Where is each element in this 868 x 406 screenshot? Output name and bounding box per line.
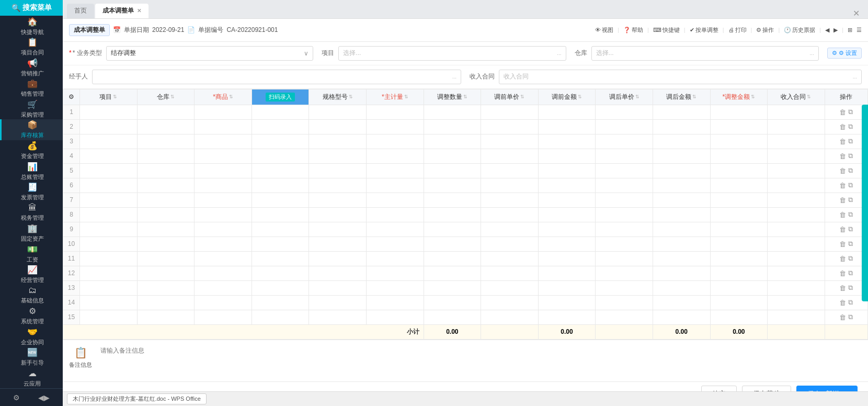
table-cell[interactable] <box>424 193 481 207</box>
table-cell[interactable] <box>309 251 367 266</box>
table-cell[interactable] <box>596 295 653 310</box>
sort-icon-before-amount[interactable]: ⇅ <box>578 94 582 99</box>
col-settings-header[interactable]: ⚙ <box>63 89 80 105</box>
settings-bottom-icon[interactable]: ⚙ <box>13 393 20 402</box>
tab-close-icon[interactable]: ✕ <box>137 8 141 14</box>
wps-filename[interactable]: 木门行业好业财处理方案-墓红红.doc - WPS Office <box>67 393 207 404</box>
table-cell[interactable] <box>768 105 825 119</box>
sidebar-item-inventory-calc[interactable]: 📦 库存核算 <box>0 119 63 140</box>
sidebar-item-sales-promo[interactable]: 📢 营销推广 <box>0 58 63 78</box>
table-cell[interactable] <box>424 222 481 236</box>
col-before-amount-header[interactable]: 调前金额 ⇅ <box>538 89 596 105</box>
table-cell[interactable] <box>366 134 424 149</box>
table-cell[interactable] <box>538 266 596 280</box>
table-row[interactable]: 8 🗑 ⧉ <box>63 207 868 222</box>
table-cell[interactable] <box>309 149 367 163</box>
sidebar-logo[interactable]: 🔍 搜索菜单 <box>0 0 63 16</box>
table-cell[interactable] <box>309 266 367 280</box>
table-cell[interactable] <box>195 178 252 193</box>
table-row[interactable]: 7 🗑 ⧉ <box>63 193 868 207</box>
table-row[interactable]: 13 🗑 ⧉ <box>63 280 868 295</box>
table-cell[interactable] <box>137 149 195 163</box>
table-cell[interactable] <box>309 163 367 178</box>
copy-row-icon[interactable]: ⧉ <box>848 313 853 321</box>
table-cell[interactable] <box>366 310 424 324</box>
table-cell[interactable] <box>80 119 138 134</box>
table-cell[interactable] <box>710 119 768 134</box>
sidebar-item-new-guide[interactable]: 🆕 新手引导 <box>0 347 63 368</box>
table-cell[interactable] <box>596 193 653 207</box>
table-cell[interactable] <box>481 163 539 178</box>
table-cell[interactable] <box>137 163 195 178</box>
table-cell[interactable] <box>596 236 653 251</box>
project-field[interactable]: 选择... ... <box>338 46 566 61</box>
table-cell[interactable] <box>710 178 768 193</box>
copy-row-icon[interactable]: ⧉ <box>848 284 853 292</box>
table-cell[interactable] <box>80 178 138 193</box>
table-cell[interactable] <box>137 310 195 324</box>
table-cell[interactable] <box>768 280 825 295</box>
delete-row-icon[interactable]: 🗑 <box>839 255 846 263</box>
table-cell[interactable] <box>538 119 596 134</box>
table-cell[interactable] <box>195 134 252 149</box>
table-cell[interactable] <box>366 280 424 295</box>
sort-icon-after-amount[interactable]: ⇅ <box>692 94 696 99</box>
delete-row-icon[interactable]: 🗑 <box>839 182 846 189</box>
table-cell[interactable] <box>538 236 596 251</box>
table-cell[interactable] <box>137 119 195 134</box>
table-cell[interactable] <box>481 266 539 280</box>
table-cell[interactable] <box>424 207 481 222</box>
table-cell[interactable] <box>137 251 195 266</box>
table-cell[interactable] <box>137 236 195 251</box>
table-row[interactable]: 1 🗑 ⧉ <box>63 105 868 119</box>
table-cell[interactable] <box>481 193 539 207</box>
table-cell[interactable] <box>481 207 539 222</box>
table-cell[interactable] <box>252 105 309 119</box>
table-cell[interactable] <box>309 134 367 149</box>
delete-row-icon[interactable]: 🗑 <box>839 167 846 175</box>
col-income-contract-header[interactable]: 收入合同 ⇅ <box>768 89 825 105</box>
table-cell[interactable] <box>309 280 367 295</box>
table-cell[interactable] <box>653 251 710 266</box>
table-cell[interactable] <box>653 295 710 310</box>
table-cell[interactable] <box>710 207 768 222</box>
table-cell[interactable] <box>80 310 138 324</box>
table-cell[interactable] <box>309 105 367 119</box>
col-project-header[interactable]: 项目 ⇅ <box>80 89 138 105</box>
table-cell[interactable] <box>710 251 768 266</box>
tab-cost-adjust[interactable]: 成本调整单 ✕ <box>95 4 149 18</box>
copy-row-icon[interactable]: ⧉ <box>848 108 853 116</box>
table-cell[interactable] <box>424 105 481 119</box>
table-cell[interactable] <box>80 280 138 295</box>
table-cell[interactable] <box>137 178 195 193</box>
table-cell[interactable] <box>195 295 252 310</box>
table-cell[interactable] <box>195 310 252 324</box>
table-cell[interactable] <box>710 105 768 119</box>
sidebar-item-sales-mgmt[interactable]: 💼 销售管理 <box>0 78 63 99</box>
table-cell[interactable] <box>538 295 596 310</box>
table-cell[interactable] <box>252 207 309 222</box>
table-cell[interactable] <box>596 310 653 324</box>
table-cell[interactable] <box>195 251 252 266</box>
table-cell[interactable] <box>80 295 138 310</box>
table-cell[interactable] <box>424 251 481 266</box>
sidebar-item-capital-mgmt[interactable]: 💰 资金管理 <box>0 140 63 161</box>
table-cell[interactable] <box>195 266 252 280</box>
delete-row-icon[interactable]: 🗑 <box>839 108 846 116</box>
table-cell[interactable] <box>80 236 138 251</box>
delete-row-icon[interactable]: 🗑 <box>839 313 846 321</box>
sidebar-item-fixed-assets[interactable]: 🏢 固定资产 <box>0 223 63 244</box>
table-cell[interactable] <box>424 280 481 295</box>
table-cell[interactable] <box>137 280 195 295</box>
table-cell[interactable] <box>596 134 653 149</box>
table-cell[interactable] <box>137 222 195 236</box>
sort-icon-unit[interactable]: ⇅ <box>404 94 408 99</box>
table-cell[interactable] <box>596 149 653 163</box>
table-cell[interactable] <box>366 266 424 280</box>
table-cell[interactable] <box>424 163 481 178</box>
table-cell[interactable] <box>710 149 768 163</box>
delete-row-icon[interactable]: 🗑 <box>839 196 846 204</box>
table-cell[interactable] <box>424 266 481 280</box>
sort-icon-warehouse[interactable]: ⇅ <box>170 94 175 99</box>
help-action[interactable]: ❓ 帮助 <box>623 26 643 34</box>
